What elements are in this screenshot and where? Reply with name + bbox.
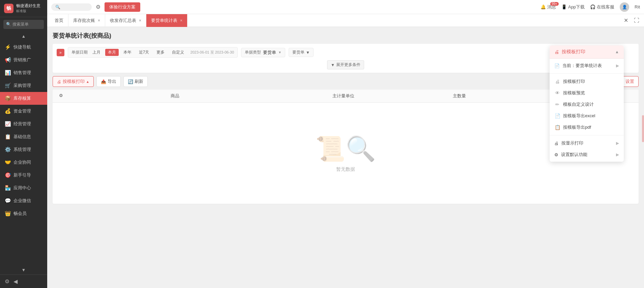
dropdown-divider-1 xyxy=(550,73,624,74)
gear-col-icon[interactable]: ⚙ xyxy=(59,93,63,98)
template-excel-icon: 📄 xyxy=(554,113,560,119)
tab-close-btn[interactable]: × xyxy=(139,18,141,23)
sidebar-item-label: 基础信息 xyxy=(13,134,31,140)
export-label: 导出 xyxy=(108,78,116,85)
dropdown-item-template-preview[interactable]: 👁 按模板预览 xyxy=(550,87,624,99)
print-label: 按模板打印 xyxy=(63,78,85,85)
order-filter[interactable]: 要货单 ▼ xyxy=(289,48,314,57)
sidebar-search[interactable]: 🔍 搜索菜单 xyxy=(3,20,44,29)
dropdown-collapse-btn[interactable]: ▲ xyxy=(615,50,619,54)
scroll-down-btn[interactable]: ▼ xyxy=(20,266,27,274)
sidebar-item-wechat[interactable]: 💬 企业微信 xyxy=(0,194,47,207)
header-gear-icon[interactable]: ⚙ xyxy=(96,4,100,10)
print-btn[interactable]: 🖨 按模板打印 ▲ xyxy=(53,76,94,87)
sidebar-item-purchase[interactable]: 🛒 采购管理 xyxy=(0,79,47,92)
sidebar-item-vip[interactable]: 👑 畅会员 xyxy=(0,207,47,220)
sidebar-item-label: 企业微信 xyxy=(13,198,31,204)
avatar[interactable]: 👤 xyxy=(620,2,629,12)
dropdown-display-print[interactable]: 🖨 按显示打印 ▶ xyxy=(550,137,624,149)
guide-icon: 🎯 xyxy=(5,172,11,178)
basic-icon: 📋 xyxy=(5,134,11,140)
collapse-icon[interactable]: ◀ xyxy=(13,278,18,285)
sidebar-item-label: 销售管理 xyxy=(13,70,31,76)
sidebar-item-marketing[interactable]: 📢 营销推广 xyxy=(0,54,47,66)
scroll-up-btn[interactable]: ▲ xyxy=(20,32,27,40)
template-pdf-icon: 📋 xyxy=(554,125,560,130)
col-check[interactable]: ⚙ xyxy=(53,93,69,99)
filter-toggle-btn[interactable]: » xyxy=(57,49,64,56)
sidebar-item-basic[interactable]: 📋 基础信息 xyxy=(0,130,47,143)
sidebar-item-shortcut[interactable]: ⚡ 快捷导航 xyxy=(0,41,47,54)
tab-label: 要货单统计表 xyxy=(151,18,177,24)
dropdown-current-item[interactable]: 📄 当前：要货单统计表 ▶ xyxy=(550,60,624,71)
date-btn-last-month[interactable]: 上月 xyxy=(90,49,103,56)
tab-home[interactable]: 首页 xyxy=(50,14,68,27)
order-filter-label: 要货单 xyxy=(292,50,304,55)
type-filter: 单据类型 要货单 ▼ xyxy=(241,48,285,57)
dropdown-item-template-custom[interactable]: ✏ 模板自定义设计 xyxy=(550,99,624,110)
notifications-btn[interactable]: 🔔 消息 99+ xyxy=(540,4,556,10)
sidebar-item-label: 库存核算 xyxy=(13,95,31,101)
expand-label: 展开更多条件 xyxy=(336,62,360,68)
tab-close-btn[interactable]: × xyxy=(180,18,182,23)
expand-icon: ▼ xyxy=(331,63,335,67)
dropdown-default-func[interactable]: ⚙ 设置默认功能 ▶ xyxy=(550,149,624,160)
default-func-area: ⚙ 设置默认功能 xyxy=(554,152,587,158)
action-left: 🖨 按模板打印 ▲ 📤 导出 🔄 刷新 xyxy=(53,76,148,87)
tab-order-stat[interactable]: 要货单统计表 × xyxy=(146,14,187,27)
tab-batch[interactable]: 库存批次账 × xyxy=(68,14,105,27)
sidebar-item-finance[interactable]: 💰 资金管理 xyxy=(0,105,47,118)
settings-bottom-icon[interactable]: ⚙ xyxy=(5,278,9,285)
close-tab-btn[interactable]: ✕ xyxy=(621,16,631,25)
top-header: 🔍 ⚙ 体验行业方案 🔔 消息 99+ 📱 App下载 🎧 在线客服 👤 Rit xyxy=(47,0,644,14)
header-search[interactable]: 🔍 xyxy=(51,3,92,11)
sidebar-item-inventory[interactable]: 📦 库存核算 xyxy=(0,92,47,105)
dropdown-item-template-excel[interactable]: 📄 按模板导出excel xyxy=(550,110,624,122)
current-doc-icon: 📄 xyxy=(554,63,560,68)
tab-label: 库存批次账 xyxy=(73,18,95,24)
tab-label: 收发存汇总表 xyxy=(110,18,136,24)
dropdown-item-template-print[interactable]: 🖨 按模板打印 xyxy=(550,76,624,87)
empty-illustration: 📜🔍 xyxy=(315,134,376,163)
date-btn-this-year[interactable]: 本年 xyxy=(121,49,134,56)
export-btn[interactable]: 📤 导出 xyxy=(96,76,121,87)
print-dropdown-menu: 🖨 按模板打印 ▲ 📄 当前：要货单统计表 ▶ 🖨 按模板打印 👁 按模板预览 … xyxy=(550,45,624,162)
expand-more-row: ▼ 展开更多条件 xyxy=(57,60,635,69)
sidebar-item-label: 经营管理 xyxy=(13,121,31,127)
sidebar-item-collab[interactable]: 🤝 企业协同 xyxy=(0,156,47,169)
refresh-btn[interactable]: 🔄 刷新 xyxy=(123,76,148,87)
collab-icon: 🤝 xyxy=(5,159,11,165)
date-btn-more[interactable]: 更多 xyxy=(154,49,167,56)
print-icon: 🖨 xyxy=(57,79,61,84)
sidebar-item-system[interactable]: ⚙️ 系统管理 xyxy=(0,143,47,156)
sidebar-item-business[interactable]: 📈 经营管理 xyxy=(0,118,47,130)
tab-close-btn[interactable]: × xyxy=(98,18,100,23)
scrollbar-indicator[interactable] xyxy=(642,115,644,142)
sidebar-item-sales[interactable]: 📊 销售管理 xyxy=(0,66,47,79)
date-btn-custom[interactable]: 自定义 xyxy=(169,49,187,56)
template-pdf-label: 按模板导出pdf xyxy=(563,124,591,130)
sidebar-item-appstore[interactable]: 🏪 应用中心 xyxy=(0,182,47,194)
experience-btn[interactable]: 体验行业方案 xyxy=(105,2,140,12)
dropdown-item-template-pdf[interactable]: 📋 按模板导出pdf xyxy=(550,122,624,133)
online-support-btn[interactable]: 🎧 在线客服 xyxy=(590,4,614,10)
headset-icon: 🎧 xyxy=(590,4,595,9)
dropdown-template-section: 🖨 按模板打印 👁 按模板预览 ✏ 模板自定义设计 📄 按模板导出excel 📋… xyxy=(550,74,624,134)
purchase-icon: 🛒 xyxy=(5,83,11,89)
date-btn-this-month[interactable]: 本月 xyxy=(105,49,119,56)
sidebar-item-label: 资金管理 xyxy=(13,108,31,114)
date-filter: 单据日期 上月 本月 本年 近7天 更多 自定义 2023-06-01 至 20… xyxy=(68,47,238,58)
dropdown-title-area: 🖨 按模板打印 xyxy=(554,49,585,55)
app-download-btn[interactable]: 📱 App下载 xyxy=(561,4,585,10)
sidebar: 畅 畅捷通好生意 标准版 🔍 搜索菜单 ▲ ⚡ 快捷导航 📢 营销推广 📊 销售… xyxy=(0,0,47,288)
maximize-btn[interactable]: ⛶ xyxy=(632,16,641,25)
sidebar-item-guide[interactable]: 🎯 新手引导 xyxy=(0,169,47,182)
template-custom-icon: ✏ xyxy=(554,102,560,107)
tab-receivable[interactable]: 收发存汇总表 × xyxy=(105,14,146,27)
date-btn-7days[interactable]: 近7天 xyxy=(136,49,152,56)
expand-more-btn[interactable]: ▼ 展开更多条件 xyxy=(327,60,364,69)
marketing-icon: 📢 xyxy=(5,57,11,63)
system-icon: ⚙️ xyxy=(5,147,11,153)
sidebar-item-label: 系统管理 xyxy=(13,147,31,153)
template-print-label: 按模板打印 xyxy=(563,78,585,85)
